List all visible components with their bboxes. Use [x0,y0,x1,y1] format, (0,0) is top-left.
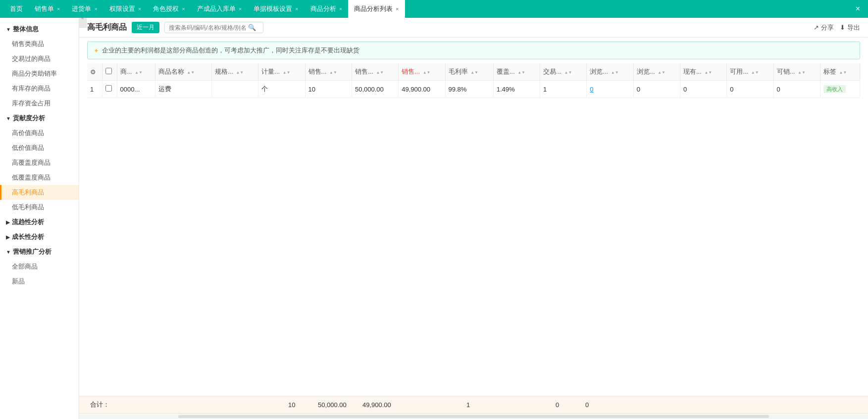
close-role-auth[interactable]: × [182,6,185,12]
cell-cb[interactable] [102,81,117,98]
sidebar-group-contribution[interactable]: ▼ 贡献度分析 [0,111,79,126]
search-box: 🔍 [164,22,263,33]
settings-icon[interactable]: ⚙ [90,68,96,76]
footer-current-stock: 0 [553,401,582,409]
col-tag[interactable]: 标签 ▲▼ [820,63,860,81]
group-arrow-growth: ▶ [6,234,10,240]
sort-name[interactable]: ▲▼ [187,71,195,75]
sidebar-item-low-value[interactable]: 低价值商品 [0,140,79,155]
close-product-analysis-list[interactable]: × [396,6,399,12]
nav-purchase-order[interactable]: 进货单 × [66,0,103,18]
cell-spec [211,81,258,98]
sidebar-item-low-margin[interactable]: 低毛利商品 [0,200,79,215]
nav-product-analysis[interactable]: 商品分析 × [305,0,348,18]
sidebar-item-in-stock-goods[interactable]: 有库存的商品 [0,81,79,96]
sort-current-stock[interactable]: ▲▼ [704,71,712,75]
col-coverage[interactable]: 覆盖... ▲▼ [493,63,540,81]
sort-sellable[interactable]: ▲▼ [798,71,806,75]
sidebar-item-high-margin[interactable]: 高毛利商品 [0,185,79,200]
sidebar-group-overall[interactable]: ▼ 整体信息 [0,22,79,37]
nav-permission-settings[interactable]: 权限设置 × [103,0,147,18]
share-icon: ↗ [814,24,819,31]
col-unit[interactable]: 计量... ▲▼ [258,63,305,81]
col-current-stock[interactable]: 现有... ▲▼ [680,63,726,81]
close-sales-order[interactable]: × [57,6,60,12]
content-panel: « 高毛利商品 近一月 🔍 ↗ 分享 ⬇ 导出 ✦ [79,18,868,419]
sort-browse2[interactable]: ▲▼ [658,71,665,75]
nav-role-auth[interactable]: 角色授权 × [147,0,191,18]
sort-code[interactable]: ▲▼ [135,71,143,75]
sidebar-group-growth[interactable]: ▶ 成长性分析 [0,230,79,244]
sidebar-item-low-coverage[interactable]: 低覆盖度商品 [0,170,79,185]
close-all-tabs[interactable]: × [852,4,864,13]
horizontal-scrollbar[interactable] [79,413,868,419]
col-available[interactable]: 可用... ▲▼ [727,63,773,81]
sort-tag[interactable]: ▲▼ [839,71,847,75]
collapse-sidebar-btn[interactable]: « [79,18,87,28]
sort-transaction[interactable]: ▲▼ [564,71,572,75]
sort-available[interactable]: ▲▼ [751,71,759,75]
close-bill-template[interactable]: × [295,6,298,12]
col-spec[interactable]: 规格... ▲▼ [211,63,258,81]
col-code[interactable]: 商... ▲▼ [117,63,155,81]
sort-spec[interactable]: ▲▼ [236,71,244,75]
sort-gross-margin[interactable]: ▲▼ [470,71,478,75]
sidebar-item-category-sales-rate[interactable]: 商品分类助销率 [0,66,79,81]
sidebar-item-new-goods[interactable]: 新品 [0,274,79,289]
sidebar-item-sales-goods[interactable]: 销售类商品 [0,37,79,51]
cell-browse1[interactable]: 0 [587,81,633,98]
scrollbar-track[interactable] [178,415,769,418]
sidebar-group-trend[interactable]: ▶ 流趋性分析 [0,215,79,230]
export-button[interactable]: ⬇ 导出 [840,23,860,32]
nav-bill-template[interactable]: 单据模板设置 × [248,0,304,18]
sidebar-item-high-value[interactable]: 高价值商品 [0,126,79,140]
sidebar-item-high-coverage[interactable]: 高覆盖度商品 [0,155,79,170]
sort-browse1[interactable]: ▲▼ [611,71,619,75]
main-container: ▼ 整体信息 销售类商品 交易过的商品 商品分类助销率 有库存的商品 库存资金占… [0,18,868,419]
col-gross-margin[interactable]: 毛利率 ▲▼ [445,63,493,81]
col-browse1[interactable]: 浏览... ▲▼ [587,63,633,81]
nav-product-analysis-list[interactable]: 商品分析列表 × [348,0,405,18]
footer-sales-profit: 49,900.00 [359,401,404,409]
col-settings[interactable]: ⚙ [87,63,102,81]
sort-sales-qty[interactable]: ▲▼ [329,71,337,75]
col-sales-profit[interactable]: 销售... ▲▼ [399,63,445,81]
sort-sales-profit[interactable]: ▲▼ [423,71,431,75]
nav-product-inbound[interactable]: 产成品入库单 × [191,0,248,18]
col-name[interactable]: 商品名称 ▲▼ [155,63,211,81]
group-arrow-overall: ▼ [6,27,11,32]
cell-unit: 个 [258,81,305,98]
sidebar: ▼ 整体信息 销售类商品 交易过的商品 商品分类助销率 有库存的商品 库存资金占… [0,18,79,419]
col-sales-qty[interactable]: 销售... ▲▼ [305,63,352,81]
nav-sales-order[interactable]: 销售单 × [29,0,66,18]
sidebar-item-stock-capital[interactable]: 库存资金占用 [0,96,79,111]
sidebar-item-traded-goods[interactable]: 交易过的商品 [0,51,79,66]
close-permission-settings[interactable]: × [138,6,141,12]
table-footer: 合计： 10 50,000.00 49,900.00 1 0 0 [79,396,868,413]
time-filter-button[interactable]: 近一月 [132,22,159,33]
col-sellable[interactable]: 可销... ▲▼ [773,63,820,81]
col-transaction[interactable]: 交易... ▲▼ [540,63,587,81]
cell-index: 1 [87,81,102,98]
search-icon[interactable]: 🔍 [248,24,256,31]
close-product-analysis[interactable]: × [339,6,342,12]
close-product-inbound[interactable]: × [239,6,242,12]
sidebar-item-all-goods[interactable]: 全部商品 [0,259,79,274]
share-button[interactable]: ↗ 分享 [814,23,834,32]
group-arrow-marketing: ▼ [6,249,11,255]
sort-unit[interactable]: ▲▼ [283,71,291,75]
sort-coverage[interactable]: ▲▼ [517,71,525,75]
panel-title: 高毛利商品 [87,22,127,33]
footer-sales-qty: 10 [285,401,315,409]
cell-transaction: 1 [540,81,587,98]
col-sales-amount[interactable]: 销售... ▲▼ [352,63,398,81]
col-browse2[interactable]: 浏览... ▲▼ [633,63,680,81]
select-all-checkbox[interactable] [105,68,112,74]
sort-sales-amount[interactable]: ▲▼ [376,71,384,75]
header-actions: ↗ 分享 ⬇ 导出 [814,23,860,32]
search-input[interactable] [169,24,248,31]
close-purchase-order[interactable]: × [94,6,97,12]
sidebar-group-marketing[interactable]: ▼ 营销推广分析 [0,244,79,259]
nav-home[interactable]: 首页 [4,0,29,18]
footer-label: 合计： [87,400,117,409]
